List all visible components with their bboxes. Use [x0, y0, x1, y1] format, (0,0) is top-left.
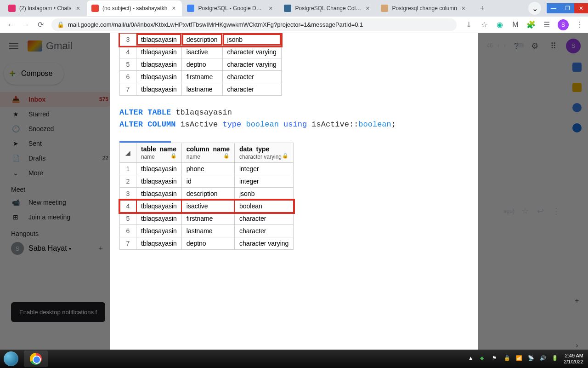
cell-column-name: id [181, 175, 234, 188]
table-row[interactable]: 3tblaqsayasindescriptionjsonb [120, 188, 294, 200]
tray-icon[interactable]: ▲ [468, 355, 475, 362]
maximize-button[interactable]: ❐ [560, 3, 574, 13]
row-number: 7 [120, 237, 136, 250]
new-tab-button[interactable]: + [476, 2, 489, 15]
table-row[interactable]: 3tblaqsayasindescriptionjsonb [120, 34, 282, 46]
row-number: 1 [120, 163, 136, 175]
cell-column-name: deptno [181, 58, 222, 71]
tab-pgchange2[interactable]: Postgresql change column × [376, 0, 471, 16]
attachment-preview: 3tblaqsayasindescriptionjsonb4tblaqsayas… [110, 33, 478, 350]
more-actions-icon[interactable]: ⋮ [552, 206, 560, 216]
tab-pgchange[interactable]: PostgreSQL Change Colum × [279, 0, 376, 16]
star-action-icon[interactable]: ☆ [521, 206, 529, 216]
lock-icon: 🔒 [223, 153, 230, 159]
table-row[interactable]: 6tblaqsayasinlastnamecharacter [120, 225, 294, 237]
cell-table-name: tblaqsayasin [136, 175, 182, 188]
cell-table-name: tblaqsayasin [136, 46, 182, 58]
cell-data-type: jsonb [234, 188, 293, 200]
cell-data-type: character [234, 213, 293, 225]
corner-cell: ◢ [120, 143, 136, 163]
tray-icon[interactable]: 🔒 [504, 355, 511, 362]
reload-button[interactable]: ⟳ [34, 18, 47, 31]
tray-icon[interactable]: ◆ [480, 355, 487, 362]
cell-column-name: lastname [181, 225, 234, 237]
profile-dropdown[interactable]: ⌄ [528, 2, 541, 15]
start-button[interactable] [0, 350, 22, 368]
table-row[interactable]: 4tblaqsayasinisactiveboolean [120, 200, 294, 213]
address-bar[interactable]: 🔒 mail.google.com/mail/u/0/#inbox/KtbxLw… [51, 18, 457, 31]
extensions-icon[interactable]: 🧩 [526, 20, 536, 29]
windows-taskbar: ▲ ◆ ⚑ 🔒 📶 📡 🔊 🔋 2:49 AM 2/1/2022 [0, 350, 588, 368]
row-number: 6 [120, 225, 136, 237]
tray-icon[interactable]: ⚑ [492, 355, 499, 362]
col-header-table-name[interactable]: table_namename🔒 [136, 143, 182, 163]
cell-column-name: phone [181, 163, 234, 175]
reply-icon[interactable]: ↩ [537, 206, 544, 216]
cell-data-type: character varying [234, 237, 293, 250]
cell-column-name: description [181, 34, 222, 46]
cell-column-name: isactive [181, 200, 234, 213]
tab-close-icon[interactable]: × [170, 5, 177, 12]
cell-table-name: tblaqsayasin [136, 200, 182, 213]
tab-close-icon[interactable]: × [460, 5, 467, 12]
table-row[interactable]: 5tblaqsayasindeptnocharacter varying [120, 58, 282, 71]
table-row[interactable]: 7tblaqsayasindeptnocharacter varying [120, 237, 294, 250]
clock[interactable]: 2:49 AM 2/1/2022 [564, 353, 583, 365]
tab-gdocs[interactable]: PostgreSQL - Google Docs × [182, 0, 279, 16]
battery-icon[interactable]: 🔋 [552, 355, 559, 362]
favicon-instagram [8, 5, 16, 12]
window-controls: — ❐ ✕ [547, 3, 588, 13]
tab-title: (no subject) - sabahayatkh [102, 5, 167, 12]
table-row[interactable]: 6tblaqsayasinfirstnamecharacter [120, 71, 282, 83]
prev-page-icon[interactable]: ‹ [498, 42, 499, 49]
tab-title: PostgreSQL Change Colum [295, 5, 361, 12]
back-button[interactable]: ← [5, 18, 17, 31]
cell-data-type: boolean [234, 200, 293, 213]
table-row[interactable]: 5tblaqsayasinfirstnamecharacter [120, 213, 294, 225]
tab-close-icon[interactable]: × [74, 5, 82, 12]
chrome-icon [30, 353, 42, 365]
tab-close-icon[interactable]: × [267, 5, 274, 12]
address-bar-row: ← → ⟳ 🔒 mail.google.com/mail/u/0/#inbox/… [0, 17, 588, 33]
install-icon[interactable]: ⤓ [464, 20, 473, 29]
cell-column-name: isactive [181, 46, 222, 58]
cell-data-type: jsonb [222, 34, 281, 46]
date-text: 2/1/2022 [564, 359, 583, 365]
kebab-menu-icon[interactable]: ⋮ [575, 20, 584, 29]
taskbar-chrome[interactable] [24, 351, 48, 367]
close-button[interactable]: ✕ [574, 3, 588, 13]
row-number: 5 [120, 58, 136, 71]
next-page-icon[interactable]: › [504, 42, 506, 49]
reading-list-icon[interactable]: ☰ [542, 20, 551, 29]
email-actions: ☆ ↩ ⋮ [521, 206, 560, 216]
favicon-pg [284, 5, 291, 12]
col-header-column-name[interactable]: column_namename🔒 [181, 143, 234, 163]
cell-table-name: tblaqsayasin [136, 58, 182, 71]
cell-data-type: character [222, 71, 281, 83]
forward-button[interactable]: → [19, 18, 32, 31]
profile-avatar[interactable]: S [558, 19, 569, 30]
windows-orb-icon [4, 351, 18, 366]
minimize-button[interactable]: — [547, 3, 560, 13]
cell-column-name: description [181, 188, 234, 200]
network-icon[interactable]: 📡 [528, 355, 535, 362]
extension-m-icon[interactable]: M [511, 20, 520, 29]
keyboard-icon[interactable]: ⌨ [516, 42, 524, 49]
volume-icon[interactable]: 🔊 [540, 355, 547, 362]
star-icon[interactable]: ☆ [480, 20, 489, 29]
table-row[interactable]: 1tblaqsayasinphoneinteger [120, 163, 294, 175]
tab-close-icon[interactable]: × [364, 5, 371, 12]
tray-icon[interactable]: 📶 [516, 355, 523, 362]
table-row[interactable]: 2tblaqsayasinidinteger [120, 175, 294, 188]
table-row[interactable]: 7tblaqsayasinlastnamecharacter [120, 83, 282, 96]
tab-gmail[interactable]: (no subject) - sabahayatkh × [87, 0, 182, 16]
cell-data-type: character varying [222, 46, 281, 58]
row-number: 3 [120, 34, 136, 46]
tab-title: Postgresql change column [392, 5, 457, 12]
table-row[interactable]: 4tblaqsayasinisactivecharacter varying [120, 46, 282, 58]
cell-data-type: character [222, 83, 281, 96]
grammarly-icon[interactable]: ◉ [495, 20, 504, 29]
tab-instagram[interactable]: (2) Instagram • Chats × [4, 0, 86, 16]
favicon-gdocs [187, 5, 194, 12]
col-header-data-type[interactable]: data_typecharacter varying🔒 [234, 143, 293, 163]
